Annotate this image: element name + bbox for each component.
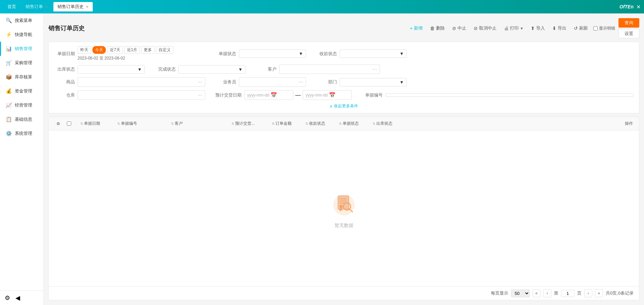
brand-label: OfTEn (619, 4, 634, 9)
customer-input[interactable]: ··· (279, 65, 380, 74)
display-toggle[interactable]: 显示明细 (593, 26, 615, 31)
sys-mgmt-icon: ⚙️ (6, 130, 12, 137)
receipt-status-arrow: ▼ (399, 51, 404, 56)
th-receipt[interactable]: ⇅ 收款状态 (303, 121, 336, 126)
date-more-btn[interactable]: 更多 (141, 46, 155, 54)
department-select[interactable]: ▼ (340, 78, 407, 86)
date-1month-btn[interactable]: 近1月 (124, 46, 140, 54)
sidebar-item-label-purchase: 采购管理 (15, 60, 32, 66)
th-delivery[interactable]: ⇅ 预计交货... (229, 121, 269, 126)
order-status-select[interactable]: ▼ (239, 49, 306, 58)
order-status-arrow: ▼ (299, 51, 303, 56)
svg-point-7 (339, 205, 342, 208)
sales-order-history-tab-close[interactable]: ✕ (86, 5, 89, 9)
purchase-mgmt-icon: 🛒 (6, 60, 12, 66)
print-arrow-icon: ▼ (520, 27, 523, 30)
sidebar-item-purchase-mgmt[interactable]: 🛒 采购管理 (0, 56, 43, 70)
warehouse-field: ··· (78, 90, 205, 100)
th-customer[interactable]: ⇅ 客户 (168, 121, 229, 126)
sort-icon-receipt: ⇅ (305, 122, 308, 125)
table-header: ⚙ ⇅ 单据日期 ⇅ 单据编号 ⇅ 客户 ⇅ (49, 117, 639, 130)
sidebar-item-search-menu[interactable]: 🔍 搜索菜单 (0, 13, 43, 28)
th-num[interactable]: ⇅ 单据编号 (115, 121, 168, 126)
first-page-btn[interactable]: « (532, 289, 541, 297)
collapse-label: 收起更多条件 (334, 103, 358, 109)
product-dots[interactable]: ··· (198, 79, 202, 85)
th-checkbox[interactable] (64, 121, 78, 126)
cancel-stop-label: 取消中止 (479, 25, 497, 31)
sidebar-item-operations[interactable]: 📈 经营管理 (0, 98, 43, 112)
th-customer-label: 客户 (175, 121, 183, 126)
th-date[interactable]: ⇅ 单据日期 (78, 121, 115, 126)
export-button[interactable]: ⬇ 导出 (550, 24, 568, 33)
salesperson-label: 业务员 (215, 79, 239, 85)
home-tab-label: 首页 (7, 4, 16, 10)
collapse-row[interactable]: ∧ 收起更多条件 (54, 103, 634, 109)
receipt-status-select[interactable]: ▼ (340, 49, 407, 58)
sort-icon-num: ⇅ (117, 122, 120, 125)
completion-status-select[interactable]: ▼ (178, 65, 246, 74)
tab-sales-order-history[interactable]: 销售订单历史 ✕ (53, 2, 93, 11)
th-out[interactable]: ⇅ 出库状态 (370, 121, 403, 126)
sort-icon-status: ⇅ (339, 122, 342, 125)
finance-icon: 💰 (6, 88, 12, 94)
th-op: 操作 (403, 121, 636, 126)
sidebar-settings-icon[interactable]: ⚙ (5, 294, 10, 302)
date-yesterday-btn[interactable]: 昨天 (78, 46, 91, 54)
delivery-date-field: yyyy-mm-dd 📅 — yyyy-mm-dd 📅 (244, 90, 352, 100)
delivery-date-from[interactable]: yyyy-mm-dd 📅 (244, 90, 293, 100)
salesperson-dots[interactable]: ··· (299, 79, 303, 85)
department-arrow: ▼ (399, 80, 404, 85)
next-page-btn[interactable]: › (584, 289, 592, 297)
window-close-btn[interactable]: ✕ (636, 4, 641, 10)
th-settings[interactable]: ⚙ (52, 121, 64, 126)
display-toggle-checkbox[interactable] (593, 26, 598, 31)
th-status[interactable]: ⇅ 单据状态 (336, 121, 370, 126)
stop-label: 中止 (458, 25, 466, 31)
date-7days-btn[interactable]: 近7天 (107, 46, 123, 54)
order-num-input[interactable] (385, 93, 634, 97)
add-button[interactable]: + 新增 (408, 24, 425, 33)
sidebar-item-label-sys: 系统管理 (15, 130, 32, 137)
delivery-to-value: yyyy-mm-dd (306, 93, 328, 98)
sidebar-item-sys-mgmt[interactable]: ⚙️ 系统管理 (0, 126, 43, 141)
delete-button[interactable]: 🗑 删除 (428, 24, 447, 33)
cancel-stop-button[interactable]: ⊘ 取消中止 (472, 24, 499, 33)
sidebar-item-quick-nav[interactable]: ⚡ 快捷导航 (0, 28, 43, 42)
tab-sales-order[interactable]: 销售订单 ✕ (22, 2, 52, 11)
th-date-label: 单据日期 (84, 121, 100, 126)
import-button[interactable]: ⬆ 导入 (529, 24, 547, 33)
sidebar-item-label-search: 搜索菜单 (15, 17, 32, 24)
sales-order-tab-close[interactable]: ✕ (45, 5, 48, 9)
page-number-label: 第 (554, 290, 558, 296)
sidebar-item-sales-mgmt[interactable]: 📊 销售管理 (0, 42, 43, 56)
outbound-status-select[interactable]: ▼ (78, 65, 145, 74)
filter-row-2: 出库状态 ▼ 完成状态 ▼ 客户 ··· (54, 65, 634, 74)
sidebar-item-label-finance: 资金管理 (15, 88, 32, 94)
refresh-button[interactable]: ↺ 刷新 (572, 24, 590, 33)
page-number-input[interactable] (561, 290, 574, 297)
warehouse-dots[interactable]: ··· (198, 92, 202, 98)
stop-button[interactable]: ⊘ 中止 (450, 24, 468, 33)
sidebar-item-finance[interactable]: 💰 资金管理 (0, 84, 43, 98)
query-button[interactable]: 查询 (618, 18, 639, 28)
date-today-btn[interactable]: 今天 (92, 46, 106, 54)
filter-row-3: 商品 ··· 业务员 ··· 部门 ▼ (54, 77, 634, 87)
sidebar-item-inventory[interactable]: 📦 库存核算 (0, 70, 43, 84)
delivery-date-to[interactable]: yyyy-mm-dd 📅 (303, 90, 352, 100)
prev-page-btn[interactable]: ‹ (543, 289, 551, 297)
print-button[interactable]: 🖨 打印 ▼ (502, 24, 525, 33)
empty-illustration (329, 188, 359, 219)
customer-dots[interactable]: ··· (373, 66, 377, 72)
th-amount[interactable]: ⇅ 订单金额 (269, 121, 303, 126)
sidebar-collapse-icon[interactable]: ◀ (15, 294, 20, 302)
export-label: 导出 (558, 25, 566, 31)
select-all-checkbox[interactable] (67, 121, 71, 126)
delivery-date-label: 预计交货日期 (215, 92, 244, 98)
page-size-select[interactable]: 50 20 100 (511, 290, 530, 297)
sidebar-item-base-info[interactable]: 📋 基础信息 (0, 112, 43, 126)
settings-button[interactable]: 设置 (618, 29, 639, 38)
last-page-btn[interactable]: » (595, 289, 603, 297)
tab-home[interactable]: 首页 (3, 2, 20, 11)
date-custom-btn[interactable]: 自定义 (156, 46, 173, 54)
